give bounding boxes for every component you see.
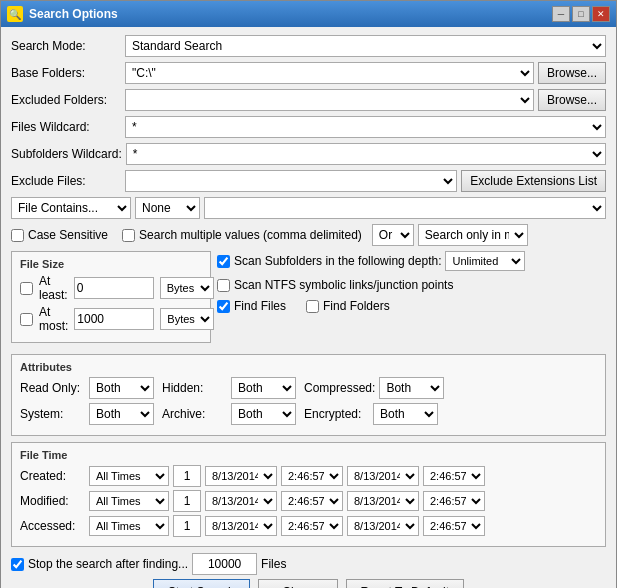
at-most-unit[interactable]: BytesKBMBGB xyxy=(160,308,214,330)
created-date1-select[interactable]: 8/13/2014 xyxy=(205,466,277,486)
at-most-checkbox[interactable] xyxy=(20,313,33,326)
modified-date2-select[interactable]: 8/13/2014 xyxy=(347,491,419,511)
files-wildcard-row: Files Wildcard: * xyxy=(11,116,606,138)
stop-search-label: Stop the search after finding... xyxy=(28,557,188,571)
read-only-label: Read Only: xyxy=(20,381,85,395)
at-least-checkbox[interactable] xyxy=(20,282,33,295)
start-search-button[interactable]: Start Search xyxy=(153,579,250,588)
stop-search-checkbox[interactable] xyxy=(11,558,24,571)
reset-default-button[interactable]: Reset To Default xyxy=(346,579,465,588)
created-time1-select[interactable]: 2:46:57 P xyxy=(281,466,343,486)
find-files-checkbox[interactable] xyxy=(217,300,230,313)
attributes-label: Attributes xyxy=(20,361,597,373)
close-button[interactable]: Close xyxy=(258,579,338,588)
stop-search-unit: Files xyxy=(261,557,286,571)
dialog-content: Search Mode: Standard Search RegEx Searc… xyxy=(1,27,616,588)
base-folders-select[interactable]: "C:\" xyxy=(125,62,534,84)
excluded-folders-select[interactable] xyxy=(125,89,534,111)
file-size-label: File Size xyxy=(20,258,202,270)
scan-ntfs-checkbox[interactable] xyxy=(217,279,230,292)
created-date2-select[interactable]: 8/13/2014 xyxy=(347,466,419,486)
modified-time2-select[interactable]: 2:46:57 P xyxy=(423,491,485,511)
modified-time1-select[interactable]: 2:46:57 P xyxy=(281,491,343,511)
at-least-unit[interactable]: BytesKBMBGB xyxy=(160,277,214,299)
search-mode-select[interactable]: Standard Search RegEx Search Hex Search xyxy=(125,35,606,57)
created-num[interactable] xyxy=(173,465,201,487)
case-sensitive-row: Case Sensitive Search multiple values (c… xyxy=(11,224,606,246)
scan-ntfs-label: Scan NTFS symbolic links/junction points xyxy=(234,278,453,292)
hidden-label: Hidden: xyxy=(162,381,227,395)
scan-subfolders-checkbox[interactable] xyxy=(217,255,230,268)
compressed-select[interactable]: BothYesNo xyxy=(379,377,444,399)
scan-depth-select[interactable]: Unlimited 12345 xyxy=(445,251,525,271)
scan-ntfs-row: Scan NTFS symbolic links/junction points xyxy=(217,278,606,292)
file-time-label: File Time xyxy=(20,449,597,461)
encrypted-select[interactable]: BothYesNo xyxy=(373,403,438,425)
modified-date1-select[interactable]: 8/13/2014 xyxy=(205,491,277,511)
created-time2-select[interactable]: 2:46:57 P xyxy=(423,466,485,486)
search-multi-checkbox[interactable] xyxy=(122,229,135,242)
modified-label: Modified: xyxy=(20,494,85,508)
base-folders-row: Base Folders: "C:\" Browse... xyxy=(11,62,606,84)
accessed-time2-select[interactable]: 2:46:57 P xyxy=(423,516,485,536)
file-contains-row: File Contains... File Name Contains Cont… xyxy=(11,197,606,219)
scan-subfolders-label: Scan Subfolders in the following depth: xyxy=(234,254,441,268)
accessed-time1-select[interactable]: 2:46:57 P xyxy=(281,516,343,536)
exclude-files-select[interactable] xyxy=(125,170,457,192)
subfolders-wildcard-select[interactable]: * xyxy=(126,143,606,165)
none-select[interactable]: None Any All xyxy=(135,197,200,219)
created-label: Created: xyxy=(20,469,85,483)
archive-select[interactable]: BothYesNo xyxy=(231,403,296,425)
excluded-folders-row: Excluded Folders: Browse... xyxy=(11,89,606,111)
search-mode-row: Search Mode: Standard Search RegEx Searc… xyxy=(11,35,606,57)
search-options-window: 🔍 Search Options ─ □ ✕ Search Mode: Stan… xyxy=(0,0,617,588)
stop-search-input[interactable] xyxy=(192,553,257,575)
search-only-select[interactable]: Search only in major stre... xyxy=(418,224,528,246)
created-time-select[interactable]: All TimesTodayThis WeekCustom xyxy=(89,466,169,486)
system-select[interactable]: BothYesNo xyxy=(89,403,154,425)
read-only-select[interactable]: BothYesNo xyxy=(89,377,154,399)
minimize-button[interactable]: ─ xyxy=(552,6,570,22)
attributes-section: Attributes Read Only: BothYesNo Hidden: … xyxy=(11,354,606,436)
exclude-files-label: Exclude Files: xyxy=(11,174,121,188)
scan-subfolders-row: Scan Subfolders in the following depth: … xyxy=(217,251,606,271)
files-wildcard-select[interactable]: * xyxy=(125,116,606,138)
accessed-date2-select[interactable]: 8/13/2014 xyxy=(347,516,419,536)
or-select[interactable]: Or And xyxy=(372,224,414,246)
modified-row: Modified: All TimesTodayThis WeekCustom … xyxy=(20,490,597,512)
attr-row-1: Read Only: BothYesNo Hidden: BothYesNo C… xyxy=(20,377,597,399)
case-sensitive-checkbox[interactable] xyxy=(11,229,24,242)
hidden-select[interactable]: BothYesNo xyxy=(231,377,296,399)
accessed-num[interactable] xyxy=(173,515,201,537)
at-most-input[interactable] xyxy=(74,308,154,330)
case-sensitive-label: Case Sensitive xyxy=(28,228,108,242)
window-controls: ─ □ ✕ xyxy=(552,6,610,22)
title-bar: 🔍 Search Options ─ □ ✕ xyxy=(1,1,616,27)
find-folders-checkbox[interactable] xyxy=(306,300,319,313)
file-contains-select[interactable]: File Contains... File Name Contains Cont… xyxy=(11,197,131,219)
file-size-section: File Size At least: BytesKBMBGB At most:… xyxy=(11,251,211,343)
accessed-date1-select[interactable]: 8/13/2014 xyxy=(205,516,277,536)
exclude-ext-button[interactable]: Exclude Extensions List xyxy=(461,170,606,192)
search-mode-label: Search Mode: xyxy=(11,39,121,53)
contains-value-select[interactable] xyxy=(204,197,606,219)
exclude-files-row: Exclude Files: Exclude Extensions List xyxy=(11,170,606,192)
window-title: Search Options xyxy=(29,7,118,21)
modified-time-select[interactable]: All TimesTodayThis WeekCustom xyxy=(89,491,169,511)
browse-base-button[interactable]: Browse... xyxy=(538,62,606,84)
find-folders-label: Find Folders xyxy=(323,299,390,313)
accessed-row: Accessed: All TimesTodayThis WeekCustom … xyxy=(20,515,597,537)
browse-excluded-button[interactable]: Browse... xyxy=(538,89,606,111)
accessed-time-select[interactable]: All TimesTodayThis WeekCustom xyxy=(89,516,169,536)
encrypted-label: Encrypted: xyxy=(304,407,369,421)
base-folders-label: Base Folders: xyxy=(11,66,121,80)
accessed-label: Accessed: xyxy=(20,519,85,533)
at-least-row: At least: BytesKBMBGB xyxy=(20,274,202,302)
at-least-input[interactable] xyxy=(74,277,154,299)
window-icon: 🔍 xyxy=(7,6,23,22)
subfolders-wildcard-label: Subfolders Wildcard: xyxy=(11,147,122,161)
modified-num[interactable] xyxy=(173,490,201,512)
close-button[interactable]: ✕ xyxy=(592,6,610,22)
maximize-button[interactable]: □ xyxy=(572,6,590,22)
at-most-row: At most: BytesKBMBGB xyxy=(20,305,202,333)
